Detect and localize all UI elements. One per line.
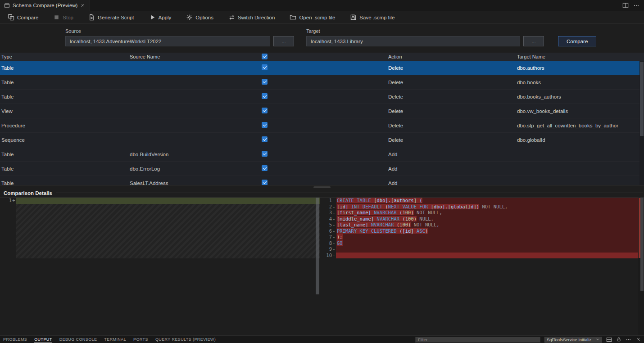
code-token: [dbo].[authors] ( bbox=[374, 198, 422, 203]
schema-diff-row[interactable]: SequenceDeletedbo.globalId bbox=[0, 133, 644, 147]
output-channel-select[interactable]: SqlToolsService Initializ bbox=[544, 337, 602, 343]
stop-icon bbox=[53, 14, 60, 21]
panel-tab-ports[interactable]: PORTS bbox=[133, 336, 148, 343]
close-panel-icon[interactable] bbox=[635, 337, 641, 342]
code-token: [last_name] bbox=[337, 222, 368, 227]
open-scmp-file-button[interactable]: Open .scmp file bbox=[286, 13, 339, 22]
select-all-checkbox[interactable] bbox=[262, 54, 268, 59]
column-header-action[interactable]: Action bbox=[385, 54, 513, 59]
target-pane-scrollbar[interactable] bbox=[638, 198, 644, 335]
schema-diff-row[interactable]: Tabledbo.BuildVersionAdd bbox=[0, 147, 644, 162]
row-include-cell bbox=[260, 165, 385, 172]
source-connection-input[interactable] bbox=[65, 36, 270, 46]
schema-diff-row[interactable]: TableDeletedbo.authors bbox=[0, 61, 644, 75]
include-checkbox[interactable] bbox=[262, 122, 268, 128]
panel-tab-debug-console[interactable]: DEBUG CONSOLE bbox=[59, 336, 97, 343]
schema-diff-row[interactable]: TableDeletedbo.books bbox=[0, 75, 644, 90]
diff-marker: - bbox=[332, 246, 336, 253]
source-pane-scrollbar[interactable] bbox=[315, 198, 320, 335]
diff-source-pane[interactable]: 1+ bbox=[0, 198, 320, 335]
row-include-cell bbox=[260, 136, 385, 143]
more-actions-icon[interactable] bbox=[633, 2, 639, 9]
apply-button[interactable]: Apply bbox=[145, 13, 176, 22]
diff-target-pane[interactable]: 1-CREATE TABLE [dbo].[authors] (2-[id] I… bbox=[320, 198, 644, 335]
toolbar-item-label: Stop bbox=[63, 15, 73, 20]
line-number: 1 bbox=[0, 198, 12, 204]
include-checkbox[interactable] bbox=[262, 93, 268, 99]
compare-run-button[interactable]: Compare bbox=[558, 36, 596, 46]
include-checkbox[interactable] bbox=[262, 79, 268, 85]
panel-tab-problems[interactable]: PROBLEMS bbox=[3, 336, 27, 343]
source-scrollbar-thumb[interactable] bbox=[316, 198, 319, 294]
code-token: NEXT VALUE FOR bbox=[388, 204, 431, 209]
options-button[interactable]: Options bbox=[182, 13, 218, 22]
toolbar-item-label: Apply bbox=[159, 15, 172, 20]
close-tab-icon[interactable] bbox=[80, 3, 86, 8]
split-editor-icon[interactable] bbox=[622, 2, 629, 9]
code-line: 6-PRIMARY KEY CLUSTERED ([id] ASC) bbox=[320, 228, 644, 235]
line-number: 8 bbox=[320, 240, 332, 247]
resize-grip[interactable] bbox=[313, 186, 331, 188]
grid-scrollbar-thumb[interactable] bbox=[640, 62, 644, 136]
details-resize-handle[interactable] bbox=[0, 185, 644, 189]
code-token: 100 bbox=[402, 210, 411, 215]
row-source-name: dbo.ErrorLog bbox=[128, 166, 260, 172]
compare-button[interactable]: Compare bbox=[4, 13, 42, 22]
row-action: Delete bbox=[385, 65, 513, 71]
generate-script-button[interactable]: Generate Script bbox=[84, 13, 138, 22]
column-header-source-name[interactable]: Source Name bbox=[128, 54, 260, 59]
column-header-target-name[interactable]: Target Name bbox=[513, 54, 644, 59]
row-type: Sequence bbox=[0, 137, 128, 143]
line-content bbox=[16, 198, 320, 204]
panel-tab-output[interactable]: OUTPUT bbox=[34, 336, 52, 343]
comparison-details-header: Comparison Details bbox=[0, 189, 644, 197]
panel-tab-terminal[interactable]: TERMINAL bbox=[104, 336, 126, 343]
code-line: 1-CREATE TABLE [dbo].[authors] ( bbox=[320, 198, 644, 204]
switch-direction-button[interactable]: Switch Direction bbox=[224, 13, 279, 22]
include-checkbox[interactable] bbox=[262, 64, 268, 70]
line-number: 7 bbox=[320, 234, 332, 240]
column-header-type[interactable]: Type bbox=[0, 54, 128, 59]
row-target-name: dbo.stp_get_all_cowritten_books_by_autho… bbox=[513, 123, 644, 128]
tab-schema-compare[interactable]: Schema Compare (Preview) bbox=[0, 0, 90, 11]
row-include-cell bbox=[260, 79, 385, 86]
source-browse-button[interactable]: ... bbox=[273, 36, 294, 46]
target-scrollbar-thumb[interactable] bbox=[640, 198, 644, 291]
schema-diff-row[interactable]: ViewDeletedbo.vw_books_details bbox=[0, 104, 644, 118]
include-checkbox[interactable] bbox=[262, 108, 268, 113]
schema-diff-row[interactable]: Tabledbo.ErrorLogAdd bbox=[0, 162, 644, 176]
panel-tab-query-results-preview-[interactable]: QUERY RESULTS (PREVIEW) bbox=[155, 336, 216, 343]
schema-diff-row[interactable]: TableSalesLT.AddressAdd bbox=[0, 176, 644, 185]
switch-direction-icon bbox=[228, 14, 235, 21]
code-token: INT DEFAULT bbox=[351, 204, 385, 209]
lock-scroll-icon[interactable] bbox=[616, 337, 621, 342]
code-token: PRIMARY KEY CLUSTERED bbox=[337, 228, 399, 234]
target-browse-button[interactable]: ... bbox=[523, 36, 544, 46]
row-action: Delete bbox=[385, 137, 513, 143]
target-connection-input[interactable] bbox=[306, 36, 520, 46]
row-include-cell bbox=[260, 108, 385, 114]
row-type: Table bbox=[0, 65, 128, 71]
schema-diff-row[interactable]: TableDeletedbo.books_authors bbox=[0, 90, 644, 104]
output-filter-input[interactable] bbox=[415, 337, 540, 343]
split-panel-icon[interactable] bbox=[606, 337, 612, 343]
schema-compare-tab-icon bbox=[4, 3, 10, 9]
save-scmp-file-button[interactable]: Save .scmp file bbox=[346, 13, 399, 22]
row-source-name: dbo.BuildVersion bbox=[128, 152, 260, 157]
include-checkbox[interactable] bbox=[262, 151, 268, 157]
include-checkbox[interactable] bbox=[262, 180, 268, 185]
panel-more-icon[interactable] bbox=[626, 337, 631, 343]
row-action: Delete bbox=[385, 108, 513, 114]
row-target-name: dbo.globalId bbox=[513, 137, 644, 143]
row-type: Procedure bbox=[0, 123, 128, 128]
row-target-name: dbo.vw_books_details bbox=[513, 108, 644, 114]
source-group: Source ... bbox=[65, 28, 294, 46]
schema-diff-row[interactable]: ProcedureDeletedbo.stp_get_all_cowritten… bbox=[0, 118, 644, 133]
grid-scrollbar[interactable] bbox=[639, 61, 644, 185]
include-checkbox[interactable] bbox=[262, 165, 268, 171]
line-content: GO bbox=[336, 240, 644, 247]
diff-filler-region bbox=[16, 204, 320, 259]
line-content: [id] INT DEFAULT (NEXT VALUE FOR [dbo].[… bbox=[336, 204, 644, 210]
include-checkbox[interactable] bbox=[262, 136, 268, 142]
row-include-cell bbox=[260, 122, 385, 129]
